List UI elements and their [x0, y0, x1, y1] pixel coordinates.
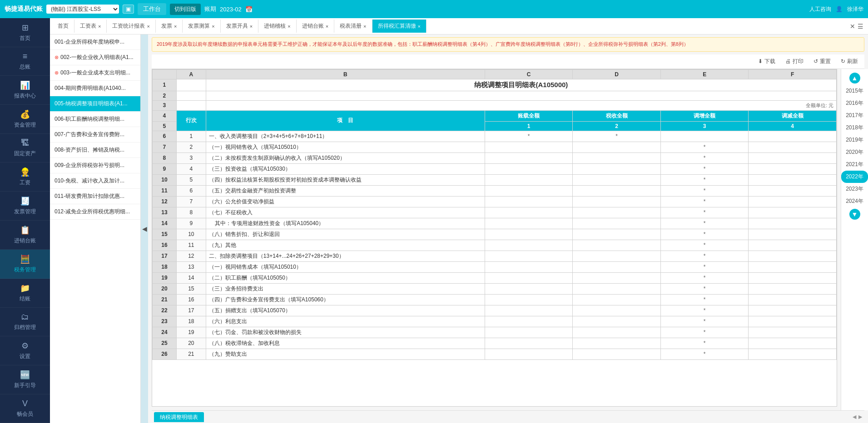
tab-invoice-calc[interactable]: 发票测算 ×	[183, 20, 220, 33]
tab-close-salary[interactable]: ×	[98, 24, 101, 29]
table-row-title: 1 纳税调整项目明细表(A105000)	[153, 79, 837, 91]
sidebar: ⊞ 首页 ≡ 总账 📊 报表中心 💰 资金管理 🏗 固定资产 👷 工资 🧾 发票…	[0, 18, 50, 423]
sidebar-item-home[interactable]: ⊞ 首页	[0, 18, 50, 47]
sidebar-label-invoice: 发票管理	[14, 208, 36, 216]
left-item-008[interactable]: 008-资产折旧、摊销及纳税...	[50, 143, 140, 158]
year-down-btn[interactable]: ▼	[849, 209, 860, 220]
tab-close-invoice[interactable]: ×	[174, 24, 177, 29]
reset-btn[interactable]: ↺ 重置	[811, 56, 833, 67]
tab-close-salary-report[interactable]: ×	[147, 24, 149, 29]
sidebar-item-report[interactable]: 📊 报表中心	[0, 76, 50, 105]
refresh-btn[interactable]: ↻ 刷新	[838, 56, 861, 67]
tab-home[interactable]: 首页	[52, 20, 74, 33]
left-item-010[interactable]: 010-免税、减计收入及加计...	[50, 173, 140, 189]
left-item-011[interactable]: 011-研发费用加计扣除优惠...	[50, 189, 140, 204]
tab-close-invoice-open[interactable]: ×	[250, 24, 253, 29]
year-2021[interactable]: 2021年	[841, 158, 868, 171]
content-area: 首页 工资表 × 工资统计报表 × 发票 × 发票测算 × 发票开具 × 进销稽…	[50, 18, 868, 423]
ledger-icon: ≡	[23, 52, 28, 61]
tax-icon: 🧮	[20, 254, 30, 264]
tab-invoice-open[interactable]: 发票开具 ×	[221, 20, 258, 33]
tab-salary-report[interactable]: 工资统计报表 ×	[107, 20, 155, 33]
left-item-007[interactable]: 007-广告费和业务宣传费附...	[50, 127, 140, 143]
row-num-2: 2	[153, 91, 177, 100]
sidebar-item-guide[interactable]: 🆕 新手引导	[0, 365, 50, 394]
tab-salary[interactable]: 工资表 ×	[74, 20, 107, 33]
year-2017[interactable]: 2017年	[841, 109, 868, 122]
year-2024[interactable]: 2024年	[841, 195, 868, 207]
tab-bar: 首页 工资表 × 工资统计报表 × 发票 × 发票测算 × 发票开具 × 进销稽…	[50, 18, 868, 34]
tab-income-tax[interactable]: 所得税汇算清缴 ×	[372, 20, 427, 33]
workbench-btn[interactable]: 工作台	[138, 3, 166, 15]
print-btn[interactable]: 🖨 打印	[783, 56, 806, 67]
tab-close-all-btn[interactable]: ✕	[850, 23, 855, 30]
sidebar-label-guide: 新手引导	[14, 382, 36, 389]
year-2015[interactable]: 2015年	[841, 85, 868, 97]
settings-icon: ⚙	[21, 341, 29, 351]
sidebar-item-invoice[interactable]: 🧾 发票管理	[0, 192, 50, 221]
left-item-003[interactable]: ⊗003-一般企业成本支出明细...	[50, 65, 140, 81]
year-2018[interactable]: 2018年	[841, 122, 868, 134]
left-item-006[interactable]: 006-职工薪酬纳税调整明细...	[50, 112, 140, 127]
tab-invoice-ledger[interactable]: 进销台账 ×	[297, 20, 334, 33]
download-btn[interactable]: ⬇ 下载	[755, 56, 778, 67]
left-item-005[interactable]: 005-纳税调整项目明细表(A1...	[50, 96, 140, 112]
download-label: 下载	[764, 58, 775, 65]
tab-close-invoice-calc[interactable]: ×	[212, 24, 214, 29]
table-row: 7 2 （一）视同销售收入（填写A105010） *	[153, 142, 837, 152]
year-2022[interactable]: 2022年	[841, 171, 868, 183]
table-row: 19 14 （二）职工薪酬（填写A105050） *	[153, 272, 837, 283]
left-item-012[interactable]: 012-减免企业所得税优惠明细...	[50, 204, 140, 220]
sidebar-item-ledger[interactable]: ≡ 总账	[0, 47, 50, 76]
company-select[interactable]: (物副) 江西股宝-LSS	[46, 5, 119, 14]
table-row: 21 16 （四）广告费和业务宣传费支出（填写A105060） *	[153, 294, 837, 305]
tab-tax-clear[interactable]: 税表清册 ×	[334, 20, 372, 33]
bottom-bar-right: ◀ ▶	[853, 414, 862, 420]
tab-invoice[interactable]: 发票 ×	[156, 20, 183, 33]
tab-close-invoice-ledger[interactable]: ×	[326, 24, 328, 29]
tab-close-tax-clear[interactable]: ×	[363, 24, 366, 29]
left-item-002[interactable]: ⊗002-一般企业收入明细表(A1...	[50, 50, 140, 65]
row-num-1: 1	[153, 79, 177, 91]
sidebar-item-vip[interactable]: V 畅会员	[0, 394, 50, 423]
spreadsheet-wrapper[interactable]: A B C D E F	[152, 69, 837, 407]
sidebar-item-fixed[interactable]: 🏗 固定资产	[0, 134, 50, 162]
left-item-009[interactable]: 009-企业所得税弥补亏损明...	[50, 158, 140, 173]
year-2023[interactable]: 2023年	[841, 183, 868, 195]
left-panel-wrapper: 001-企业所得税年度纳税申... ⊗002-一般企业收入明细表(A1... ⊗…	[50, 34, 148, 423]
table-row-2: 2	[153, 91, 837, 100]
left-item-001[interactable]: 001-企业所得税年度纳税申...	[50, 34, 140, 50]
company-icon-btn[interactable]: ▣	[123, 5, 134, 14]
sidebar-label-tax: 税务管理	[14, 266, 36, 274]
row-num-3: 3	[153, 100, 177, 110]
year-up-btn[interactable]: ▲	[849, 73, 860, 84]
old-version-btn[interactable]: 切到旧版	[170, 4, 201, 15]
table-row: 18 13 （一）视同销售成本（填写A105010） *	[153, 261, 837, 272]
sidebar-item-tax[interactable]: 🧮 税务管理	[0, 250, 50, 279]
col-h-c: C	[485, 69, 573, 79]
collapse-left-panel-btn[interactable]: ◀	[141, 34, 148, 423]
table-row: 16 11 （九）其他 *	[153, 240, 837, 251]
sidebar-item-archive[interactable]: 🗂 归档管理	[0, 308, 50, 336]
sidebar-item-settings[interactable]: ⚙ 设置	[0, 336, 50, 365]
sidebar-item-asset[interactable]: 💰 资金管理	[0, 105, 50, 134]
tab-menu-btn[interactable]: ☰	[858, 23, 863, 30]
year-2020[interactable]: 2020年	[841, 146, 868, 158]
bottom-tab-tax-adjust[interactable]: 纳税调整明细表	[154, 412, 204, 422]
sidebar-item-salary[interactable]: 👷 工资	[0, 162, 50, 192]
sidebar-item-settlement[interactable]: 📁 结账	[0, 279, 50, 308]
support-btn[interactable]: 人工咨询	[809, 5, 831, 13]
table-row: 25 20 （八）税收滞纳金、加收利息 *	[153, 338, 837, 349]
year-2016[interactable]: 2016年	[841, 97, 868, 109]
col-name-zhangzai: 账载全额	[485, 110, 573, 121]
tab-close-invoice-in[interactable]: ×	[288, 24, 290, 29]
tab-close-income-tax[interactable]: ×	[418, 24, 421, 29]
year-2019[interactable]: 2019年	[841, 134, 868, 146]
tab-invoice-in[interactable]: 进销稽核 ×	[258, 20, 296, 33]
table-row: 13 8 （七）不征税收入 *	[153, 207, 837, 218]
sidebar-item-ledger2[interactable]: 📋 进销台账	[0, 221, 50, 250]
archive-icon: 🗂	[21, 312, 29, 322]
print-label: 打印	[793, 58, 804, 65]
top-bar: 畅捷通易代账 (物副) 江西股宝-LSS ▣ 工作台 切到旧版 账期 2023-…	[0, 0, 868, 18]
left-item-004[interactable]: 004-期间费用明细表(A1040...	[50, 81, 140, 96]
